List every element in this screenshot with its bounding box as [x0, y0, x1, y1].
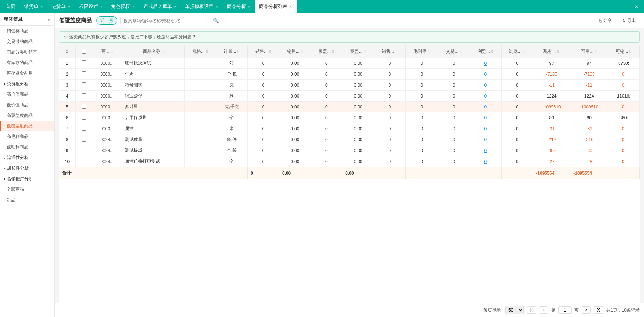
col-gross-rate[interactable]: 毛利率⇅: [405, 45, 438, 58]
sidebar-group-growth[interactable]: ▸ 成长性分析: [0, 163, 54, 174]
row-index: 8: [59, 134, 75, 145]
table-row: 7 0000... 属性 米 0 0.00 0 0.00 0 0 0 0 0 -…: [59, 123, 640, 134]
row-checkbox[interactable]: [75, 91, 92, 102]
row-checkbox[interactable]: [75, 156, 92, 167]
sidebar-item-sales-products[interactable]: 销售类商品: [0, 26, 54, 36]
row-checkbox[interactable]: [75, 69, 92, 80]
col-sales-qty[interactable]: 销售...⇅: [248, 45, 279, 58]
col-available[interactable]: 可用...⇅: [570, 45, 608, 58]
row-browse1[interactable]: 0: [470, 156, 501, 167]
export-button[interactable]: ↻ 导出: [619, 16, 640, 25]
prev-page-button[interactable]: <: [539, 306, 548, 314]
col-unit[interactable]: 计量...⇅: [216, 45, 248, 58]
col-current[interactable]: 现有...⇅: [533, 45, 570, 58]
sidebar-item-high-value[interactable]: 高价值商品: [0, 89, 54, 100]
last-page-button[interactable]: X: [594, 306, 603, 314]
col-settings[interactable]: ⚙: [59, 45, 75, 58]
row-checkbox[interactable]: [75, 123, 92, 134]
col-sales3[interactable]: 销售...⇅: [374, 45, 405, 58]
nav-product-in[interactable]: 产成品入库单 ×: [139, 0, 181, 13]
nav-product-analysis-list[interactable]: 商品分析列表 ×: [255, 0, 296, 13]
row-checkbox[interactable]: [75, 145, 92, 156]
sidebar-group-flow[interactable]: ▸ 流通性分析: [0, 152, 54, 163]
col-sellable[interactable]: 可销...⇅: [608, 45, 640, 58]
row-checkbox[interactable]: [75, 134, 92, 145]
nav-template[interactable]: 单据模板设置 ×: [181, 0, 222, 13]
close-icon[interactable]: ×: [290, 4, 292, 9]
col-browse2[interactable]: 浏览...⇅: [501, 45, 533, 58]
close-icon[interactable]: ×: [132, 4, 134, 9]
search-icon[interactable]: 🔍: [213, 18, 219, 23]
sidebar-item-high-coverage[interactable]: 高覆盖度商品: [0, 110, 54, 121]
first-page-button[interactable]: K: [527, 306, 536, 314]
page-size-select[interactable]: 50 10 20 100: [505, 306, 524, 314]
sidebar-toggle-button[interactable]: «: [48, 16, 51, 22]
search-input[interactable]: [123, 18, 213, 23]
sidebar-item-low-coverage[interactable]: 低覆盖度商品: [0, 121, 54, 131]
nav-home[interactable]: 首页: [1, 0, 20, 13]
sidebar-item-low-value[interactable]: 低价值商品: [0, 100, 54, 110]
close-icon[interactable]: ×: [174, 4, 176, 9]
col-spec[interactable]: 规格...⇅: [184, 45, 216, 58]
row-current: -31: [533, 123, 570, 134]
date-filter-button[interactable]: 近一月: [96, 16, 117, 25]
row-checkbox[interactable]: [75, 102, 92, 112]
close-icon[interactable]: ×: [216, 4, 218, 9]
row-code: 0000...: [92, 80, 122, 91]
close-icon[interactable]: ×: [40, 4, 43, 9]
row-browse1[interactable]: 0: [470, 123, 501, 134]
select-all-checkbox[interactable]: [82, 49, 86, 54]
row-cover2: 0.00: [342, 156, 374, 167]
row-browse1[interactable]: 0: [470, 69, 501, 80]
row-checkbox[interactable]: [75, 58, 92, 69]
row-spec: [184, 80, 216, 91]
col-code[interactable]: 商...⇅: [92, 45, 122, 58]
sidebar-item-traded-products[interactable]: 交易过的商品: [0, 36, 54, 47]
row-browse1[interactable]: 0: [470, 112, 501, 123]
sidebar-item-capital[interactable]: 库存资金占用: [0, 68, 54, 79]
sidebar-item-new-products[interactable]: 新品: [0, 195, 54, 205]
page-number-input[interactable]: [558, 306, 572, 314]
sum-label: 合计:: [59, 167, 248, 179]
sidebar-item-all-products[interactable]: 全部商品: [0, 184, 54, 195]
chevron-down-icon: ▾: [4, 177, 5, 181]
row-current: -11: [533, 80, 570, 91]
close-icon[interactable]: ×: [248, 4, 250, 9]
row-browse1[interactable]: 0: [470, 91, 501, 102]
nav-permission[interactable]: 权限设置 ×: [75, 0, 107, 13]
row-browse1[interactable]: 0: [470, 58, 501, 69]
row-checkbox[interactable]: [75, 80, 92, 91]
col-cover2[interactable]: 覆盖...⇅: [342, 45, 374, 58]
col-cover1[interactable]: 覆盖...⇅: [311, 45, 342, 58]
close-icon[interactable]: ×: [100, 4, 102, 9]
col-trade[interactable]: 交易...⇅: [438, 45, 470, 58]
nav-sales[interactable]: 销货单 ×: [20, 0, 47, 13]
sidebar-item-stocked[interactable]: 有库存的商品: [0, 58, 54, 68]
col-sales-amt[interactable]: 销售...⇅: [279, 45, 311, 58]
nav-purchase[interactable]: 进货单 ×: [47, 0, 74, 13]
sidebar-group-marketing[interactable]: ▾ 营销推广分析: [0, 174, 54, 184]
row-sales-qty: 0: [248, 145, 279, 156]
sidebar-item-category-rate[interactable]: 商品分类动销率: [0, 47, 54, 58]
row-sellable: 360:: [608, 112, 640, 123]
sidebar-item-high-gross[interactable]: 高毛利商品: [0, 131, 54, 142]
row-sales3: 0: [374, 145, 405, 156]
sidebar-item-low-gross[interactable]: 低毛利商品: [0, 142, 54, 152]
row-browse1[interactable]: 0: [470, 102, 501, 112]
next-page-button[interactable]: >: [582, 306, 591, 314]
row-unit: 只: [216, 91, 248, 102]
row-browse1[interactable]: 0: [470, 134, 501, 145]
sum-browse1: [470, 167, 501, 179]
row-browse1[interactable]: 0: [470, 80, 501, 91]
nav-role[interactable]: 角色授权 ×: [107, 0, 139, 13]
share-button[interactable]: ⎘ 分享: [596, 16, 616, 25]
row-checkbox[interactable]: [75, 112, 92, 123]
sidebar-group-cluster[interactable]: ▾ 类群度分析: [0, 79, 54, 89]
row-gross-rate: 0: [405, 69, 438, 80]
col-browse1[interactable]: 浏览...⇅: [470, 45, 501, 58]
close-all-button[interactable]: ×: [631, 3, 643, 10]
col-name[interactable]: 商品名称⇅: [122, 45, 185, 58]
nav-product-analysis[interactable]: 商品分析 ×: [223, 0, 255, 13]
close-icon[interactable]: ×: [68, 4, 70, 9]
row-browse1[interactable]: 0: [470, 145, 501, 156]
